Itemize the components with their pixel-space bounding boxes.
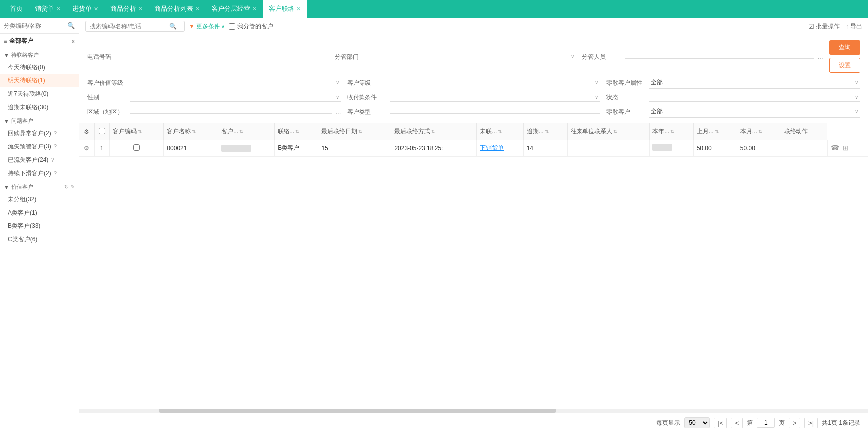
filter-search-input[interactable]	[90, 23, 169, 30]
nav-customer-contact[interactable]: 客户联络 ✕	[263, 0, 307, 18]
col-contacts[interactable]: 往来单位联系人⇅	[567, 123, 650, 140]
col-customer-code[interactable]: 客户编码⇅	[109, 123, 164, 140]
sidebar-item-7day-pending[interactable]: 近7天待联络(0)	[0, 87, 79, 101]
sidebar-item-overdue-pending[interactable]: 逾期未联络(30)	[0, 101, 79, 114]
help-icon-2[interactable]: ?	[51, 157, 54, 163]
row-checkbox[interactable]	[133, 144, 140, 151]
row-last-contact-method[interactable]: 下销货单	[477, 140, 523, 157]
filter-field-phone: 电话号码	[87, 52, 329, 62]
row-name: Ea	[218, 140, 275, 157]
set-button[interactable]: 设置	[829, 58, 860, 73]
filter-gender-select[interactable]: ∨	[130, 93, 341, 102]
last-page-btn[interactable]: >|	[804, 418, 818, 428]
filter-search-icon[interactable]: 🔍	[169, 23, 177, 30]
row-action-phone-icon[interactable]: ☎	[831, 144, 839, 152]
row-action-more-icon[interactable]: ⊞	[843, 144, 849, 152]
col-contact-count[interactable]: 联络...⇅	[275, 123, 318, 140]
query-button[interactable]: 查询	[829, 40, 860, 55]
page-size-select[interactable]: 50 100 200	[684, 417, 710, 428]
row-checkbox-cell[interactable]	[109, 140, 164, 157]
bulk-action-btn[interactable]: ☑ 批量操作	[808, 22, 840, 31]
region-dots-icon[interactable]: …	[335, 108, 341, 115]
help-icon-0[interactable]: ?	[54, 130, 57, 136]
nav-home[interactable]: 首页	[4, 0, 29, 18]
select-all-checkbox[interactable]	[99, 128, 105, 134]
next-page-btn[interactable]: >	[789, 418, 800, 428]
prev-page-btn[interactable]: <	[731, 418, 743, 428]
nav-product-analysis-list-close[interactable]: ✕	[195, 6, 200, 12]
sidebar-item-today-pending[interactable]: 今天待联络(0)	[0, 61, 79, 74]
sidebar-all-customers[interactable]: ≡ 全部客户 «	[0, 34, 79, 48]
sidebar-problem-group: ▼ 问题客户	[0, 114, 79, 127]
sidebar-item-c-class[interactable]: C类客户(6)	[0, 233, 79, 246]
sidebar-item-repurchase-abnormal[interactable]: 回购异常客户(2) ?	[0, 127, 79, 140]
filter-more-conditions-btn[interactable]: ▼ 更多条件 ∧	[189, 22, 225, 31]
nav-sales-order-close[interactable]: ✕	[56, 6, 61, 12]
filter-customer-type-select[interactable]	[390, 110, 601, 114]
filter-status-select[interactable]: ∨	[649, 93, 860, 102]
nav-customer-tier-close[interactable]: ✕	[252, 6, 257, 12]
my-customers-checkbox[interactable]	[229, 23, 235, 30]
sidebar-search-icon[interactable]: 🔍	[67, 22, 75, 29]
sidebar-collapse-btn[interactable]: «	[72, 38, 75, 45]
nav-product-analysis[interactable]: 商品分析 ✕	[104, 0, 148, 18]
filter-dept-select[interactable]: ∨	[377, 52, 576, 61]
filter-retail-customer-select[interactable]: 全部 ∨	[649, 106, 860, 118]
help-icon-3[interactable]: ?	[54, 170, 57, 176]
contact-method-link[interactable]: 下销货单	[480, 144, 504, 151]
filter-customer-grade-select[interactable]: ∨	[390, 78, 601, 87]
sidebar-search-input[interactable]	[4, 22, 65, 29]
sidebar-item-tomorrow-pending[interactable]: 明天待联络(1)	[0, 74, 79, 87]
filter-manager-select[interactable]	[625, 55, 814, 59]
row-settings[interactable]: ⚙	[79, 140, 94, 157]
col-overdue[interactable]: 逾期...⇅	[523, 123, 567, 140]
table-scroll-thumb[interactable]	[159, 409, 556, 413]
sort-name-icon: ⇅	[192, 129, 196, 134]
col-customer-type[interactable]: 客户...⇅	[218, 123, 275, 140]
sidebar-item-ungrouped[interactable]: 未分组(32)	[0, 193, 79, 206]
filter-region-select[interactable]	[130, 110, 332, 114]
col-this-month[interactable]: 本月...⇅	[737, 123, 781, 140]
col-last-month[interactable]: 上月...⇅	[693, 123, 737, 140]
col-last-contact-method[interactable]: 最后联络方式⇅	[391, 123, 477, 140]
sidebar-item-b-class[interactable]: B类客户(33)	[0, 219, 79, 233]
first-page-btn[interactable]: |<	[714, 418, 727, 428]
nav-product-analysis-close[interactable]: ✕	[138, 6, 143, 12]
nav-product-analysis-list[interactable]: 商品分析列表 ✕	[148, 0, 206, 18]
col-settings[interactable]: ⚙	[79, 123, 94, 140]
filter-field-value-grade: 客户价值等级 ∨	[87, 78, 341, 87]
col-this-year[interactable]: 本年...⇅	[650, 123, 693, 140]
filter-phone-input[interactable]	[130, 52, 329, 62]
export-btn[interactable]: ↑ 导出	[846, 22, 863, 31]
page-input[interactable]	[757, 418, 775, 428]
filter-field-region: 区域（地区） …	[87, 108, 341, 116]
sidebar-item-churned[interactable]: 已流失客户(24) ?	[0, 153, 79, 167]
nav-customer-contact-close[interactable]: ✕	[296, 6, 301, 12]
help-icon-1[interactable]: ?	[54, 144, 57, 149]
col-customer-name[interactable]: 客户名称⇅	[164, 123, 218, 140]
filter-actions-col: 查询 设置	[829, 40, 860, 73]
col-last-contact-date[interactable]: 最后联络日期⇅	[318, 123, 391, 140]
filter-field-retail-customer: 零散客户 全部 ∨	[606, 106, 860, 118]
filter-field-customer-grade: 客户等级 ∨	[347, 78, 601, 87]
table-scrollbar[interactable]	[79, 409, 868, 413]
col-checkbox[interactable]	[94, 123, 109, 140]
col-unlinkd[interactable]: 未联...⇅	[477, 123, 523, 140]
filter-value-grade-select[interactable]: ∨	[130, 78, 341, 87]
nav-customer-tier[interactable]: 客户分层经营 ✕	[206, 0, 263, 18]
sidebar-item-churn-warning[interactable]: 流失预警客户(3) ?	[0, 140, 79, 153]
sort-overdue-icon: ⇅	[545, 129, 549, 134]
value-edit-icon[interactable]: ✎	[71, 184, 75, 190]
filter-payment-select[interactable]: ∨	[390, 93, 601, 102]
nav-purchase-order[interactable]: 进货单 ✕	[67, 0, 104, 18]
sidebar-item-a-class[interactable]: A类客户(1)	[0, 206, 79, 219]
value-refresh-icon[interactable]: ↻	[64, 184, 69, 190]
nav-purchase-order-close[interactable]: ✕	[94, 6, 98, 12]
my-customers-checkbox-label[interactable]: 我分管的客户	[229, 22, 273, 31]
manager-dots-icon[interactable]: …	[817, 53, 823, 60]
sidebar-item-declining[interactable]: 持续下滑客户(2) ?	[0, 167, 79, 180]
filter-retail-attr-select[interactable]: 全部 ∨	[649, 77, 860, 89]
export-icon: ↑	[846, 23, 849, 30]
nav-sales-order[interactable]: 销货单 ✕	[29, 0, 67, 18]
adv-filter-panel: 电话号码 分管部门 ∨ 分管人员	[79, 35, 868, 123]
